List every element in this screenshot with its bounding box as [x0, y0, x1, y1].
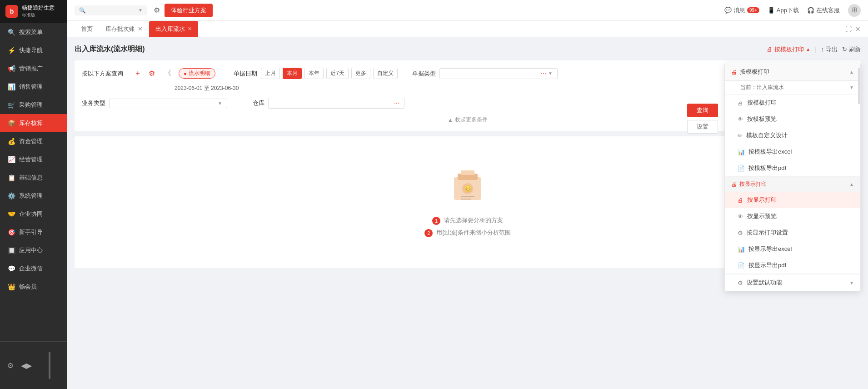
date-btn-this-month[interactable]: 本月: [283, 68, 302, 79]
sidebar-item-label: 企业协同: [19, 210, 60, 218]
dropdown-current-arrow-icon[interactable]: ▼: [849, 85, 854, 90]
dropdown-item-display-pdf[interactable]: 📄 按显示导出pdf: [725, 257, 860, 274]
main-container: 🔍 ▼ ⚙ 体验行业方案 💬 消息 99+ 📱 App下载 🎧 在线客服 用: [67, 0, 868, 389]
sidebar-item-label: 畅会员: [19, 283, 60, 291]
filter-add-icon[interactable]: ＋: [134, 69, 141, 78]
date-btn-last-month[interactable]: 上月: [261, 68, 280, 79]
date-btn-more[interactable]: 更多: [351, 68, 370, 79]
dropdown-item-template-excel[interactable]: 📊 按模板导出excel: [725, 144, 860, 160]
filter-warehouse-select[interactable]: ⋯: [268, 98, 404, 109]
refresh-button[interactable]: ↻ 刷新: [842, 45, 861, 54]
filter-voucher-type-select[interactable]: ⋯ ▼: [439, 68, 558, 79]
filter-setting-icon[interactable]: ⚙: [149, 69, 155, 78]
dropdown-header-label: 按模板打印: [740, 68, 769, 76]
sidebar-item-quick-nav[interactable]: ⚡ 快捷导航: [0, 41, 67, 60]
online-service-icon: 🎧: [807, 7, 814, 14]
sales-icon: 📊: [7, 83, 15, 91]
dropdown-item-display-preview[interactable]: 👁 按显示预览: [725, 208, 860, 224]
filter-warehouse-label: 仓库: [253, 99, 264, 107]
empty-step-1: 1 请先选择要分析的方案: [432, 216, 503, 225]
collapse-icon[interactable]: ◀▶: [21, 361, 32, 370]
export-button[interactable]: ↑ 导出: [821, 45, 838, 54]
sidebar-item-purchase[interactable]: 🛒 采购管理: [0, 96, 67, 114]
topbar-search-dropdown-icon[interactable]: ▼: [138, 8, 143, 13]
filter-voucher-type-more-icon[interactable]: ⋯: [541, 70, 546, 77]
tab-inventory-batch[interactable]: 库存批次账 ✕: [99, 21, 149, 37]
date-btn-this-year[interactable]: 本年: [304, 68, 324, 79]
topbar-search-box[interactable]: 🔍 ▼: [75, 5, 147, 15]
tab-maximize-button[interactable]: ⛶: [845, 25, 852, 33]
sidebar-item-marketing[interactable]: 📢 营销推广: [0, 60, 67, 78]
dropdown-display-preview-icon: 👁: [738, 213, 743, 220]
dropdown-scrollbar-track: [858, 63, 860, 291]
filter-warehouse-more-icon[interactable]: ⋯: [394, 100, 399, 106]
topbar-search-input[interactable]: [89, 7, 135, 14]
dropdown-section-display-print[interactable]: 🖨 按显示打印 ▲: [725, 177, 860, 192]
settings-icon[interactable]: ⚙: [7, 361, 14, 370]
sidebar-item-inventory[interactable]: 📦 库存核算: [0, 114, 67, 132]
sidebar-item-sales[interactable]: 📊 销售管理: [0, 78, 67, 96]
topbar-search-icon: 🔍: [79, 7, 86, 14]
tab-inventory-batch-close-icon[interactable]: ✕: [138, 25, 143, 32]
dropdown-display-excel-icon: 📊: [738, 246, 745, 253]
sidebar-item-membership[interactable]: 👑 畅会员: [0, 278, 67, 296]
dropdown-display-settings-icon: ⚙: [738, 229, 743, 236]
export-label: 导出: [826, 45, 838, 54]
app-download-button[interactable]: 📱 App下载: [768, 6, 799, 15]
sidebar-item-operation[interactable]: 📈 经营管理: [0, 150, 67, 169]
dropdown-item-display-settings[interactable]: ⚙ 按显示打印设置: [725, 224, 860, 241]
dropdown-item-display-print[interactable]: 🖨 按显示打印: [725, 192, 860, 208]
tab-close-all-button[interactable]: ✕: [855, 25, 861, 33]
settings-button[interactable]: 设置: [687, 120, 718, 134]
dropdown-template-preview-icon: 👁: [738, 116, 743, 123]
tab-inventory-flow[interactable]: 出入库流水 ✕: [149, 21, 198, 37]
dropdown-display-section-arrow-icon[interactable]: ▲: [849, 182, 854, 187]
date-btn-custom[interactable]: 自定义: [373, 68, 398, 79]
sidebar-item-app-center[interactable]: 🔲 应用中心: [0, 241, 67, 259]
template-print-dropdown-arrow[interactable]: ▲: [806, 47, 810, 52]
dropdown-set-default-icon: ⚙: [738, 279, 743, 286]
dropdown-template-pdf-label: 按模板导出pdf: [748, 164, 786, 172]
sidebar-item-basic-info[interactable]: 📋 基础信息: [0, 169, 67, 187]
dropdown-footer-set-default[interactable]: ⚙ 设置默认功能 ▼: [725, 274, 860, 291]
topbar-gear-icon[interactable]: ⚙: [154, 6, 160, 15]
sidebar-item-system[interactable]: ⚙️ 系统管理: [0, 187, 67, 205]
dropdown-item-display-excel[interactable]: 📊 按显示导出excel: [725, 241, 860, 257]
dropdown-item-template-print[interactable]: 🖨 按模板打印: [725, 95, 860, 111]
sidebar-item-label: 基础信息: [19, 174, 60, 182]
template-print-button[interactable]: 🖨 按模板打印 ▲: [767, 45, 810, 54]
user-avatar[interactable]: 用: [848, 4, 861, 17]
dropdown-display-print-section-label: 按显示打印: [739, 180, 767, 188]
filter-business-type-arrow-icon[interactable]: ▼: [218, 101, 222, 106]
message-button[interactable]: 💬 消息 99+: [724, 6, 759, 15]
sidebar-item-enterprise-collab[interactable]: 🤝 企业协同: [0, 205, 67, 223]
dropdown-header-arrow-icon[interactable]: ▲: [849, 70, 854, 75]
sidebar-item-search-menu[interactable]: 🔍 搜索菜单: [0, 23, 67, 41]
sidebar-item-beginner-guide[interactable]: 🎯 新手引导: [0, 223, 67, 241]
query-button[interactable]: 查询: [687, 104, 718, 117]
refresh-icon: ↻: [842, 46, 847, 53]
sidebar-item-label: 快捷导航: [19, 46, 60, 55]
search-menu-icon: 🔍: [7, 28, 15, 36]
dropdown-template-excel-icon: 📊: [738, 149, 745, 155]
tab-inventory-flow-close-icon[interactable]: ✕: [188, 26, 192, 32]
industry-solution-button[interactable]: 体验行业方案: [165, 4, 213, 17]
dropdown-item-template-pdf[interactable]: 📄 按模板导出pdf: [725, 160, 860, 176]
filter-active-tag[interactable]: ● 流水明细: [179, 68, 215, 79]
filter-collapse-left-icon[interactable]: 《: [164, 69, 171, 78]
sidebar-item-label: 采购管理: [19, 101, 60, 109]
filter-voucher-type-arrow-icon[interactable]: ▼: [548, 71, 553, 76]
dropdown-item-template-custom[interactable]: ✏ 模板自定义设计: [725, 127, 860, 144]
sidebar-item-enterprise-wechat[interactable]: 💬 企业微信: [0, 259, 67, 278]
sidebar-item-finance[interactable]: 💰 资金管理: [0, 132, 67, 150]
filter-business-type-select[interactable]: ▼: [109, 99, 227, 108]
dropdown-item-template-preview[interactable]: 👁 按模板预览: [725, 111, 860, 127]
page-title: 出入库流水(流水明细): [75, 45, 145, 54]
beginner-guide-icon: 🎯: [7, 228, 15, 236]
tab-home[interactable]: 首页: [75, 21, 99, 37]
online-service-button[interactable]: 🎧 在线客服: [807, 6, 840, 15]
dropdown-scrollbar-thumb[interactable]: [858, 68, 860, 104]
date-btn-last-7days[interactable]: 近7天: [326, 68, 349, 79]
sidebar-logo: b 畅捷通好生意 标准版: [0, 0, 67, 23]
empty-illustration: 😊: [445, 164, 490, 209]
